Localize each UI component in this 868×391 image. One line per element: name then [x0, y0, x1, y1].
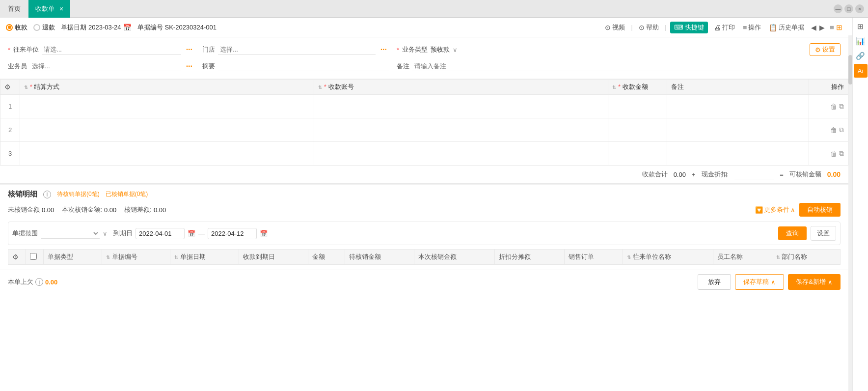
nav-prev-icon[interactable]: ◀: [810, 24, 817, 31]
settlement-cell-1[interactable]: [20, 95, 314, 118]
more-filter-button[interactable]: 🔽 更多条件 ∧: [755, 205, 795, 214]
more-filter-label: 更多条件: [764, 205, 789, 214]
query-button[interactable]: 查询: [778, 226, 807, 240]
radio-tui[interactable]: 退款: [33, 23, 55, 32]
range-dropdown-icon[interactable]: ∨: [103, 230, 108, 237]
radio-shou[interactable]: 收款: [6, 23, 27, 32]
amount-cell-1[interactable]: [608, 95, 667, 118]
video-button[interactable]: ⊙ 视频: [603, 23, 627, 32]
total-value: 0.00: [674, 171, 686, 178]
date-from-input[interactable]: [136, 228, 185, 239]
summary-input[interactable]: [218, 61, 389, 71]
operation-button[interactable]: ≡ 操作: [741, 23, 763, 32]
date-value[interactable]: 2023-03-24: [88, 24, 121, 31]
pending-tab-link[interactable]: 待核销单据(0笔): [57, 190, 100, 198]
quickkey-button[interactable]: ⌨ 快捷键: [670, 22, 708, 33]
amount-cell-2[interactable]: [608, 118, 667, 142]
vcol-number: ⇅ 单据编号: [102, 250, 170, 265]
range-select[interactable]: [41, 228, 100, 239]
scroll-thumb[interactable]: [848, 55, 852, 84]
setting-button[interactable]: ⚙ 设置: [810, 43, 841, 56]
date-to-calendar-icon[interactable]: 📅: [260, 230, 268, 237]
shop-more-button[interactable]: ···: [379, 45, 389, 54]
remark-input[interactable]: [412, 61, 841, 71]
radio-shou-label: 收款: [15, 23, 27, 32]
tab-current[interactable]: 收款单 ×: [28, 0, 70, 18]
staff-label: 业务员: [8, 62, 27, 71]
verify-setting-button[interactable]: 设置: [811, 226, 836, 241]
layout-grid-icon[interactable]: ⊞: [836, 23, 842, 32]
tab-home[interactable]: 首页: [0, 0, 28, 18]
date-to-input[interactable]: [208, 228, 257, 239]
partner-input[interactable]: [42, 45, 181, 55]
col-settlement: ⇅ * 结算方式: [20, 80, 314, 95]
business-dropdown-icon[interactable]: ∨: [453, 46, 458, 54]
tab-close-icon[interactable]: ×: [59, 5, 63, 13]
toolbar-right: ⊙ 视频 | ⊙ 帮助 | ⌨ 快捷键 🖨 打印: [603, 22, 842, 33]
amount-cell-3[interactable]: [608, 142, 667, 166]
copy-icon-1[interactable]: ⧉: [839, 102, 844, 111]
quickkey-label: 快捷键: [685, 23, 704, 32]
available-label: 可核销金额: [789, 170, 821, 179]
draft-button[interactable]: 保存草稿 ∧: [735, 274, 784, 290]
settlement-cell-3[interactable]: [20, 142, 314, 166]
sidebar-link-icon[interactable]: 🔗: [854, 49, 868, 63]
business-type-selector[interactable]: 预收款 ∨: [431, 45, 458, 54]
available-value: 0.00: [827, 170, 841, 178]
verify-header: 核销明细 i 待核销单据(0笔) 已核销单据(0笔): [8, 190, 841, 199]
staff-more-button[interactable]: ···: [184, 62, 194, 71]
print-button[interactable]: 🖨 打印: [712, 23, 737, 32]
delete-icon-3[interactable]: 🗑: [830, 150, 837, 158]
minimize-button[interactable]: —: [834, 4, 842, 13]
copy-icon-3[interactable]: ⧉: [839, 149, 844, 158]
completed-tab-link[interactable]: 已核销单据(0笔): [106, 190, 148, 198]
delete-icon-2[interactable]: 🗑: [830, 126, 837, 134]
vcol-dept: ⇅ 部门名称: [772, 250, 840, 265]
save-new-button[interactable]: 保存&新增 ∧: [788, 274, 841, 290]
discount-label: 现金折扣:: [702, 170, 729, 179]
remark-cell-3[interactable]: [667, 142, 809, 166]
sidebar-chart-icon[interactable]: 📊: [854, 34, 868, 48]
radio-shou-inner: [8, 26, 11, 29]
bottom-stat-value: 0.00: [45, 279, 57, 286]
history-button[interactable]: 📋 历史单据: [767, 23, 806, 32]
auto-verify-button[interactable]: 自动核销: [799, 203, 841, 217]
maximize-button[interactable]: □: [844, 4, 853, 13]
partner-more-button[interactable]: ···: [184, 45, 194, 54]
bottom-info-icon[interactable]: i: [35, 278, 43, 286]
delete-icon-1[interactable]: 🗑: [830, 103, 837, 111]
account-cell-3[interactable]: [314, 142, 608, 166]
vcol-pending: 待核销金额: [345, 250, 414, 265]
history-label: 历史单据: [779, 23, 804, 32]
row-num-2: 2: [0, 118, 20, 142]
sidebar-table-icon[interactable]: ⊞: [854, 20, 868, 33]
abandon-button[interactable]: 放弃: [698, 274, 731, 290]
date-from-calendar-icon[interactable]: 📅: [188, 230, 195, 237]
remark-cell-2[interactable]: [667, 118, 809, 142]
settlement-cell-2[interactable]: [20, 118, 314, 142]
sidebar-ai-icon[interactable]: Ai: [854, 64, 868, 78]
remark-label: 备注: [397, 62, 409, 71]
doc-num-field: 单据编号 SK-20230324-001: [137, 23, 217, 32]
nav-next-icon[interactable]: ▶: [818, 24, 826, 31]
verify-info-icon[interactable]: i: [43, 191, 51, 198]
account-cell-1[interactable]: [314, 95, 608, 118]
calendar-icon[interactable]: 📅: [123, 24, 132, 31]
col-account: ⇅ * 收款账号: [314, 80, 608, 95]
layout-list-icon[interactable]: ≡: [830, 23, 834, 32]
remark-cell-1[interactable]: [667, 95, 809, 118]
staff-input[interactable]: [30, 61, 181, 71]
shop-input[interactable]: [218, 45, 376, 55]
partner-required: *: [8, 46, 10, 54]
table-settings-icon[interactable]: ⚙: [4, 83, 11, 91]
discount-input[interactable]: [734, 169, 774, 179]
verify-table-settings-icon[interactable]: ⚙: [12, 253, 19, 261]
help-button[interactable]: ⊙ 帮助: [637, 23, 661, 32]
account-cell-2[interactable]: [314, 118, 608, 142]
col-action: 操作: [809, 80, 848, 95]
separator1: |: [631, 24, 632, 31]
close-button[interactable]: ×: [855, 4, 864, 13]
verify-section: 核销明细 i 待核销单据(0笔) 已核销单据(0笔) 未核销金额 0.00 本次…: [0, 184, 848, 270]
copy-icon-2[interactable]: ⧉: [839, 126, 844, 134]
select-all-checkbox[interactable]: [30, 253, 37, 260]
